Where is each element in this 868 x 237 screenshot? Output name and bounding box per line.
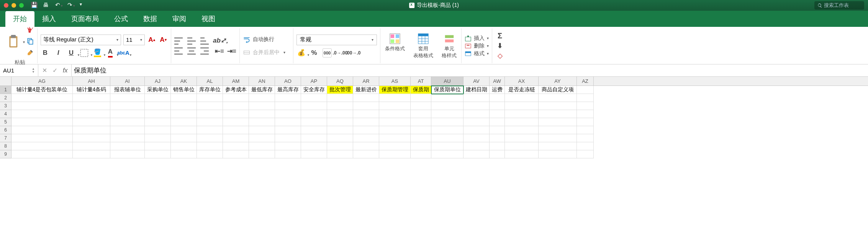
cell-AV7[interactable] (463, 134, 490, 142)
align-right-button[interactable] (200, 48, 209, 54)
cell-AQ9[interactable] (327, 150, 353, 158)
cell-AL4[interactable] (197, 110, 223, 118)
cell-AN6[interactable] (249, 126, 275, 134)
cell-AJ3[interactable] (145, 102, 171, 110)
cell-AZ1[interactable] (577, 86, 594, 94)
cell-AM3[interactable] (223, 102, 249, 110)
cell-AY5[interactable] (539, 118, 577, 126)
align-middle-button[interactable] (187, 38, 196, 44)
align-center-button[interactable] (187, 48, 196, 54)
cell-AP8[interactable] (301, 142, 327, 150)
qat-customize-icon[interactable]: ▾ (80, 2, 87, 9)
cell-AL3[interactable] (197, 102, 223, 110)
cell-AR2[interactable] (353, 94, 379, 102)
currency-button[interactable]: 💰 (296, 48, 306, 58)
cell-AW9[interactable] (490, 150, 505, 158)
cell-styles-button[interactable]: 单元 格样式 (440, 32, 458, 60)
col-header-AH[interactable]: AH (73, 77, 110, 86)
cell-AX8[interactable] (505, 142, 539, 150)
col-header-AK[interactable]: AK (171, 77, 197, 86)
col-header-AI[interactable]: AI (110, 77, 145, 86)
cell-AK6[interactable] (171, 126, 197, 134)
cell-AY6[interactable] (539, 126, 577, 134)
cell-AO4[interactable] (275, 110, 301, 118)
col-header-AP[interactable]: AP (301, 77, 327, 86)
cell-AU7[interactable] (431, 134, 463, 142)
cell-AG6[interactable] (11, 126, 73, 134)
cell-AM5[interactable] (223, 118, 249, 126)
cell-AG3[interactable] (11, 102, 73, 110)
col-header-AZ[interactable]: AZ (577, 77, 594, 86)
cell-AH8[interactable] (73, 142, 110, 150)
row-header-1[interactable]: 1 (0, 86, 11, 94)
col-header-AO[interactable]: AO (275, 77, 301, 86)
cell-AP6[interactable] (301, 126, 327, 134)
cell-AP2[interactable] (301, 94, 327, 102)
row-header-9[interactable]: 9 (0, 150, 11, 158)
cell-AH9[interactable] (73, 150, 110, 158)
col-header-AW[interactable]: AW (490, 77, 505, 86)
cell-AH2[interactable] (73, 94, 110, 102)
bold-button[interactable]: B (41, 48, 50, 58)
decrease-font-button[interactable]: A▾ (159, 35, 168, 44)
paste-button[interactable] (5, 34, 23, 50)
cell-AN5[interactable] (249, 118, 275, 126)
col-header-AM[interactable]: AM (223, 77, 249, 86)
cell-AG8[interactable] (11, 142, 73, 150)
cell-AJ2[interactable] (145, 94, 171, 102)
row-header-8[interactable]: 8 (0, 142, 11, 150)
tab-review[interactable]: 审阅 (165, 11, 194, 27)
col-header-AQ[interactable]: AQ (327, 77, 353, 86)
cell-AW5[interactable] (490, 118, 505, 126)
cell-AV9[interactable] (463, 150, 490, 158)
clear-button[interactable]: ◇ (495, 51, 504, 61)
maximize-window-button[interactable] (19, 3, 24, 8)
cell-AU5[interactable] (431, 118, 463, 126)
cell-AR5[interactable] (353, 118, 379, 126)
cell-AR7[interactable] (353, 134, 379, 142)
cell-AX6[interactable] (505, 126, 539, 134)
cell-AV5[interactable] (463, 118, 490, 126)
cell-AV8[interactable] (463, 142, 490, 150)
copy-button[interactable] (26, 37, 34, 46)
cut-button[interactable] (26, 26, 34, 35)
cell-AI6[interactable] (110, 126, 145, 134)
cell-AZ4[interactable] (577, 110, 594, 118)
cell-AU4[interactable] (431, 110, 463, 118)
col-header-AG[interactable]: AG (11, 77, 73, 86)
format-cells-button[interactable]: 格式▾ (465, 50, 489, 57)
col-header-AR[interactable]: AR (353, 77, 379, 86)
cell-AM9[interactable] (223, 150, 249, 158)
cell-AQ7[interactable] (327, 134, 353, 142)
cell-AQ5[interactable] (327, 118, 353, 126)
merge-center-button[interactable]: 合并后居中 ▾ (243, 48, 285, 57)
conditional-format-button[interactable]: 条件格式 (383, 32, 406, 60)
cell-AP3[interactable] (301, 102, 327, 110)
cell-AQ1[interactable]: 批次管理 (327, 86, 353, 94)
cell-AH7[interactable] (73, 134, 110, 142)
cell-AY7[interactable] (539, 134, 577, 142)
cell-AH4[interactable] (73, 110, 110, 118)
wrap-text-button[interactable]: 自动换行 (243, 35, 274, 44)
cell-AG7[interactable] (11, 134, 73, 142)
cell-AL6[interactable] (197, 126, 223, 134)
cell-AZ2[interactable] (577, 94, 594, 102)
cell-AG9[interactable] (11, 150, 73, 158)
cell-AG4[interactable] (11, 110, 73, 118)
cell-AN1[interactable]: 最低库存 (249, 86, 275, 94)
cell-AR9[interactable] (353, 150, 379, 158)
increase-decimal-button[interactable]: .0→.00 (336, 48, 345, 58)
cell-AW2[interactable] (490, 94, 505, 102)
col-header-AU[interactable]: AU (431, 77, 463, 86)
tab-data[interactable]: 数据 (136, 11, 165, 27)
cell-AJ1[interactable]: 采购单位 (145, 86, 171, 94)
cell-AZ5[interactable] (577, 118, 594, 126)
align-bottom-button[interactable] (200, 38, 209, 44)
cell-AV1[interactable]: 建档日期 (463, 86, 490, 94)
cell-AS9[interactable] (379, 150, 411, 158)
cell-AH6[interactable] (73, 126, 110, 134)
cell-AU6[interactable] (431, 126, 463, 134)
row-header-7[interactable]: 7 (0, 134, 11, 142)
cell-AO6[interactable] (275, 126, 301, 134)
cell-AT2[interactable] (411, 94, 431, 102)
